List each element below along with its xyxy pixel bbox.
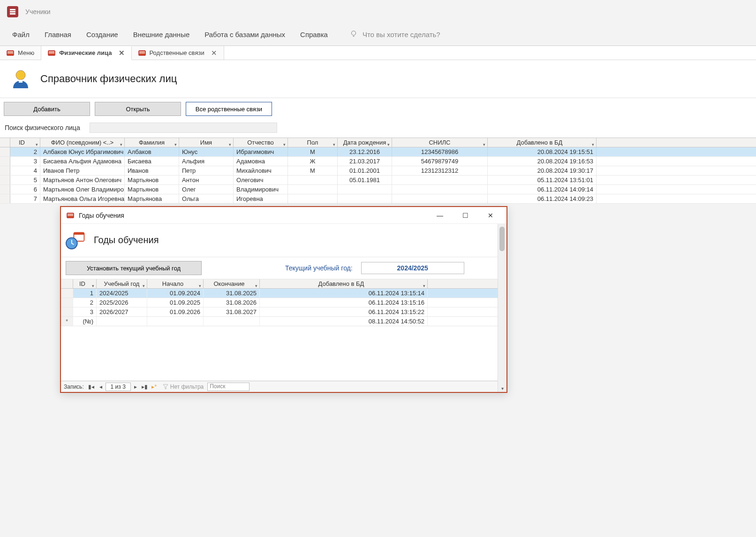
tab-relations[interactable]: Родственные связи ✕ — [132, 46, 224, 60]
cell-id[interactable]: 3 — [10, 157, 40, 166]
tell-me-search[interactable]: Что вы хотите сделать? — [349, 30, 440, 39]
cell-dob[interactable]: 01.01.2001 — [338, 166, 392, 175]
cell-added[interactable]: 06.11.2024 13:15:16 — [260, 298, 428, 307]
table-row[interactable]: *(№)08.11.2024 14:50:52 — [61, 317, 498, 326]
close-icon[interactable]: ✕ — [119, 49, 125, 57]
cell-snils[interactable]: 12312312312 — [392, 166, 488, 175]
cell-end[interactable]: 31.08.2027 — [204, 307, 260, 316]
cell-mid[interactable]: Адамовна — [234, 157, 288, 166]
cell-added[interactable]: 06.11.2024 14:09:14 — [488, 185, 597, 194]
cell-name[interactable]: Антон — [179, 176, 234, 184]
cell-start[interactable]: 01.09.2024 — [147, 289, 204, 298]
cell-id[interactable]: 5 — [10, 176, 40, 184]
prev-record-button[interactable]: ◂ — [96, 384, 106, 390]
dropdown-icon[interactable]: ▾ — [483, 140, 485, 149]
cell-name[interactable]: Альфия — [179, 157, 234, 166]
cell-id[interactable]: 7 — [10, 194, 40, 203]
menu-external-data[interactable]: Внешние данные — [126, 26, 197, 43]
current-year-value[interactable]: 2024/2025 — [361, 262, 464, 274]
cell-fam[interactable]: Мартьянов — [125, 185, 179, 194]
last-record-button[interactable]: ▸▮ — [140, 384, 150, 390]
first-record-button[interactable]: ▮◂ — [87, 384, 96, 390]
menu-file[interactable]: Файл — [5, 26, 37, 43]
search-input[interactable] — [90, 123, 277, 133]
set-current-year-button[interactable]: Установить текущий учебный год — [66, 261, 202, 275]
cell-year[interactable] — [97, 317, 147, 326]
col-sex[interactable]: Пол▾ — [288, 138, 338, 147]
cell-dob[interactable]: 23.12.2016 — [338, 147, 392, 156]
col-name[interactable]: Имя▾ — [179, 138, 234, 147]
close-button[interactable]: ✕ — [480, 212, 501, 219]
col-added[interactable]: Добавлено в БД▾ — [260, 279, 428, 288]
row-selector[interactable]: * — [61, 317, 73, 326]
cell-sex[interactable] — [288, 185, 338, 194]
cell-fio[interactable]: Бисаева Альфия Адамовна — [40, 157, 125, 166]
cell-fio[interactable]: Мартьянов Антон Олегович — [40, 176, 125, 184]
cell-fio[interactable]: Мартьянов Олег Владимирович — [40, 185, 125, 194]
dropdown-icon[interactable]: ▾ — [255, 281, 257, 291]
recnav-search[interactable]: Поиск — [207, 383, 249, 391]
cell-year[interactable]: 2025/2026 — [97, 298, 147, 307]
cell-added[interactable]: 05.11.2024 13:51:01 — [488, 176, 597, 184]
cell-fam[interactable]: Бисаева — [125, 157, 179, 166]
dropdown-icon[interactable]: ▾ — [36, 140, 38, 149]
cell-mid[interactable]: Олегович — [234, 176, 288, 184]
menu-database-tools[interactable]: Работа с базами данных — [197, 26, 293, 43]
close-icon[interactable]: ✕ — [211, 49, 217, 57]
row-selector[interactable] — [0, 176, 10, 184]
table-row[interactable]: 2Албаков Юнус ИбрагимовичАлбаковЮнусИбра… — [0, 147, 756, 157]
cell-added[interactable]: 06.11.2024 14:09:23 — [488, 194, 597, 203]
col-id[interactable]: ID▾ — [10, 138, 40, 147]
cell-mid[interactable]: Владимирович — [234, 185, 288, 194]
row-selector[interactable] — [0, 185, 10, 194]
col-mid[interactable]: Отчество▾ — [234, 138, 288, 147]
row-selector-header[interactable] — [61, 279, 73, 288]
cell-added[interactable]: 06.11.2024 13:15:22 — [260, 307, 428, 316]
cell-added[interactable]: 20.08.2024 19:16:53 — [488, 157, 597, 166]
col-start[interactable]: Начало▾ — [147, 279, 204, 288]
add-button[interactable]: Добавить — [4, 102, 90, 116]
col-dob[interactable]: Дата рождения▾ — [338, 138, 392, 147]
dropdown-icon[interactable]: ▾ — [174, 140, 177, 149]
dropdown-icon[interactable]: ▾ — [143, 281, 145, 291]
dropdown-icon[interactable]: ▾ — [592, 140, 594, 149]
cell-id[interactable]: 4 — [10, 166, 40, 175]
row-selector[interactable] — [0, 166, 10, 175]
cell-year[interactable]: 2024/2025 — [97, 289, 147, 298]
cell-added[interactable]: 08.11.2024 14:50:52 — [260, 317, 428, 326]
cell-year[interactable]: 2026/2027 — [97, 307, 147, 316]
cell-sex[interactable] — [288, 176, 338, 184]
cell-snils[interactable]: 54679879749 — [392, 157, 488, 166]
dropdown-icon[interactable]: ▾ — [283, 140, 286, 149]
cell-added[interactable]: 20.08.2024 19:30:17 — [488, 166, 597, 175]
cell-sex[interactable]: М — [288, 147, 338, 156]
dropdown-icon[interactable]: ▾ — [229, 140, 231, 149]
cell-name[interactable]: Олег — [179, 185, 234, 194]
cell-end[interactable] — [204, 317, 260, 326]
cell-sex[interactable] — [288, 194, 338, 203]
cell-fam[interactable]: Иванов — [125, 166, 179, 175]
cell-fio[interactable]: Иванов Петр — [40, 166, 125, 175]
cell-sex[interactable]: Ж — [288, 157, 338, 166]
cell-fio[interactable]: Албаков Юнус Ибрагимович — [40, 147, 125, 156]
menu-help[interactable]: Справка — [293, 26, 335, 43]
row-selector[interactable] — [0, 194, 10, 203]
col-fio[interactable]: ФИО (псевдоним) <..>▾ — [40, 138, 125, 147]
menu-home[interactable]: Главная — [37, 26, 79, 43]
cell-snils[interactable] — [392, 185, 488, 194]
popup-titlebar[interactable]: Годы обучения — ☐ ✕ — [61, 207, 507, 224]
table-row[interactable]: 12024/202501.09.202431.08.202506.11.2024… — [61, 289, 498, 298]
cell-dob[interactable]: 21.03.2017 — [338, 157, 392, 166]
cell-snils[interactable]: 12345678986 — [392, 147, 488, 156]
col-snils[interactable]: СНИЛС▾ — [392, 138, 488, 147]
row-selector[interactable] — [0, 157, 10, 166]
row-selector[interactable] — [61, 307, 73, 316]
col-year[interactable]: Учебный год▾ — [97, 279, 147, 288]
col-added[interactable]: Добавлено в БД▾ — [488, 138, 597, 147]
row-selector-header[interactable] — [0, 138, 10, 147]
table-row[interactable]: 4Иванов ПетрИвановПетрМихайловичМ01.01.2… — [0, 166, 756, 176]
dropdown-icon[interactable]: ▾ — [387, 140, 390, 149]
cell-name[interactable]: Ольга — [179, 194, 234, 203]
row-selector[interactable] — [61, 298, 73, 307]
table-row[interactable]: 3Бисаева Альфия АдамовнаБисаеваАльфияАда… — [0, 157, 756, 166]
